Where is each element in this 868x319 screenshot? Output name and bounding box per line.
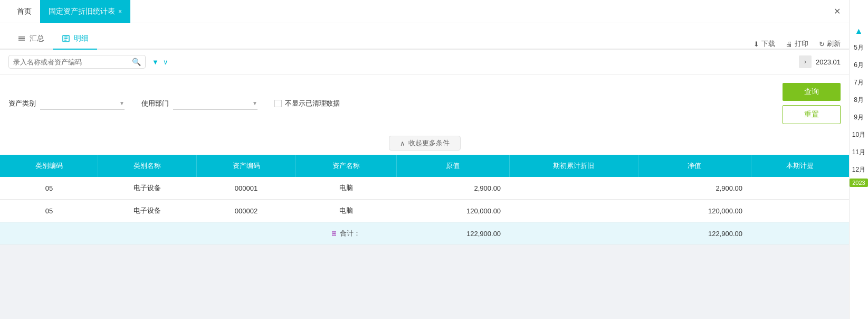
print-btn[interactable]: 🖨 打印	[786, 39, 808, 49]
hide-cleared-checkbox[interactable]	[274, 100, 282, 107]
cell-asset-code: 000002	[197, 200, 295, 222]
cell-asset-name: 电脑	[295, 200, 396, 222]
cell-original-value: 120,000.00	[396, 200, 509, 222]
toolbar-actions: ⬇ 下载 🖨 打印 ↻ 刷新	[753, 39, 841, 49]
total-original-value: 122,900.00	[396, 222, 509, 245]
top-nav: 首页 固定资产折旧统计表 × ✕	[0, 0, 849, 23]
cell-asset-code: 000001	[197, 177, 295, 200]
data-table-wrap: 类别编码 类别名称 资产编码 资产名称 原值 期初累计折旧 净值 本期计提 05…	[0, 155, 849, 245]
sidebar-month-11[interactable]: 11月	[850, 144, 868, 161]
sidebar-nav-up[interactable]: ▲	[855, 23, 863, 39]
sidebar-month-7[interactable]: 7月	[850, 74, 868, 91]
col-net-value: 净值	[638, 155, 751, 177]
asset-category-filter: 资产类别 ▼	[8, 97, 125, 110]
total-label-cell: ⊞ 合计：	[295, 222, 396, 245]
cell-current-depreciation	[751, 177, 849, 200]
svg-rect-2	[18, 40, 25, 41]
department-select[interactable]	[173, 97, 257, 109]
svg-rect-1	[18, 38, 25, 39]
cell-net-value: 120,000.00	[638, 200, 751, 222]
download-btn[interactable]: ⬇ 下载	[753, 39, 775, 49]
cell-category-name: 电子设备	[98, 200, 197, 222]
toolbar-tabs: 汇总 明细 ⬇ 下载 🖨 打印 ↻	[0, 23, 849, 50]
cell-original-value: 2,900.00	[396, 177, 509, 200]
sidebar-month-5[interactable]: 5月	[850, 39, 868, 57]
right-sidebar: ▲ 5月 6月 7月 8月 9月 10月 11月 12月 2023	[849, 0, 868, 319]
window-close-icon[interactable]: ✕	[834, 6, 841, 16]
search-bar-right: › 2023.01	[799, 55, 841, 68]
sidebar-month-9[interactable]: 9月	[850, 109, 868, 126]
nav-tab-label: 固定资产折旧统计表	[49, 7, 115, 16]
col-asset-code: 资产编码	[197, 155, 295, 177]
filter-icon: ▼	[152, 58, 159, 66]
col-current-depreciation: 本期计提	[751, 155, 849, 177]
sidebar-month-10[interactable]: 10月	[850, 126, 868, 144]
print-icon: 🖨	[786, 40, 793, 48]
department-select-wrap: ▼	[173, 97, 257, 110]
total-net-value: 122,900.00	[638, 222, 751, 245]
tab-detail-label: 明细	[74, 34, 89, 43]
col-original-value: 原值	[396, 155, 509, 177]
cell-current-depreciation	[751, 200, 849, 222]
search-input-wrap: 🔍	[8, 55, 146, 69]
cell-initial-depreciation	[509, 200, 638, 222]
print-label: 打印	[795, 39, 808, 49]
col-initial-depreciation: 期初累计折旧	[509, 155, 638, 177]
col-category-code: 类别编码	[0, 155, 98, 177]
search-icon[interactable]: 🔍	[132, 58, 141, 66]
layers-icon	[17, 34, 26, 43]
sidebar-month-8[interactable]: 8月	[850, 91, 868, 109]
refresh-btn[interactable]: ↻ 刷新	[819, 39, 841, 49]
table-row[interactable]: 05 电子设备 000001 电脑 2,900.00 2,900.00	[0, 177, 849, 200]
nav-tab-close-icon[interactable]: ×	[118, 8, 122, 15]
cell-category-name: 电子设备	[98, 177, 197, 200]
search-bar: 🔍 ▼ ∨ › 2023.01	[0, 50, 849, 74]
reset-button[interactable]: 重置	[783, 105, 841, 124]
collapse-label: 收起更多条件	[408, 138, 450, 148]
col-category-name: 类别名称	[98, 155, 197, 177]
nav-tab-active[interactable]: 固定资产折旧统计表 ×	[40, 0, 130, 23]
table-row[interactable]: 05 电子设备 000002 电脑 120,000.00 120,000.00	[0, 200, 849, 222]
total-label-text: 合计：	[340, 229, 360, 238]
asset-category-label: 资产类别	[8, 99, 36, 108]
cell-initial-depreciation	[509, 177, 638, 200]
filter-area: 资产类别 ▼ 使用部门 ▼ 不显示已清理数	[0, 74, 849, 130]
sidebar-year-badge[interactable]: 2023	[850, 179, 868, 187]
tab-summary-label: 汇总	[30, 34, 44, 43]
sidebar-month-6[interactable]: 6月	[850, 57, 868, 74]
department-label: 使用部门	[141, 99, 169, 108]
more-conditions-btn[interactable]: ▼ ∨	[152, 58, 168, 66]
filter-buttons: 查询 重置	[783, 83, 841, 124]
query-button[interactable]: 查询	[783, 83, 841, 101]
detail-icon	[61, 34, 71, 43]
cell-category-code: 05	[0, 200, 98, 222]
date-label: 2023.01	[816, 58, 841, 66]
collapse-conditions-btn[interactable]: ∧ 收起更多条件	[389, 136, 461, 151]
tab-summary[interactable]: 汇总	[8, 29, 53, 50]
total-icon: ⊞	[331, 230, 337, 237]
cell-net-value: 2,900.00	[638, 177, 751, 200]
chevron-down-icon: ∨	[163, 58, 168, 66]
hide-cleared-filter: 不显示已清理数据	[274, 99, 340, 108]
total-current-depreciation	[751, 222, 849, 245]
asset-category-select-wrap: ▼	[40, 97, 125, 110]
total-initial-depreciation	[509, 222, 638, 245]
collapse-conditions-area: ∧ 收起更多条件	[0, 130, 849, 155]
cell-category-code: 05	[0, 177, 98, 200]
table-total-row: ⊞ 合计： 122,900.00 122,900.00	[0, 222, 849, 245]
hide-cleared-label: 不显示已清理数据	[285, 99, 340, 108]
table-header-row: 类别编码 类别名称 资产编码 资产名称 原值 期初累计折旧 净值 本期计提	[0, 155, 849, 177]
asset-category-select[interactable]	[40, 97, 125, 109]
tab-detail[interactable]: 明细	[53, 29, 97, 50]
col-asset-name: 资产名称	[295, 155, 396, 177]
collapse-arrow-btn[interactable]: ›	[799, 55, 812, 68]
svg-rect-0	[18, 36, 25, 37]
download-label: 下载	[761, 39, 775, 49]
refresh-label: 刷新	[827, 39, 841, 49]
search-input[interactable]	[13, 58, 130, 66]
sidebar-month-12[interactable]: 12月	[850, 161, 868, 179]
cell-asset-name: 电脑	[295, 177, 396, 200]
refresh-icon: ↻	[819, 40, 825, 48]
nav-home[interactable]: 首页	[8, 0, 40, 23]
total-spacer	[0, 222, 295, 245]
